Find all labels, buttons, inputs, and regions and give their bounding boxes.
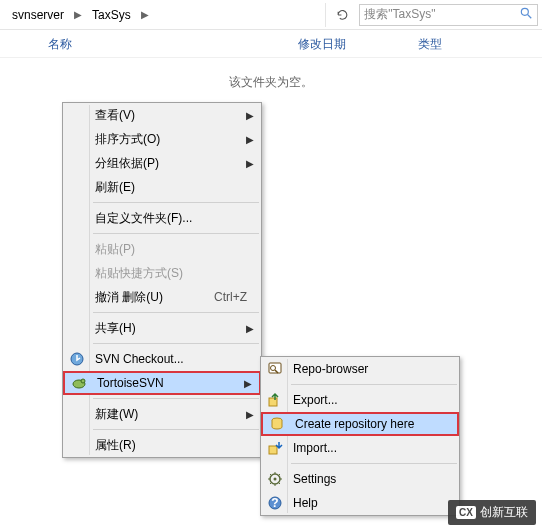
search-input[interactable]: 搜索"TaxSys"	[359, 4, 538, 26]
refresh-button[interactable]	[325, 3, 349, 27]
create-repo-icon	[265, 414, 289, 434]
menu-properties[interactable]: 属性(R)	[63, 433, 261, 457]
breadcrumb-part[interactable]: TaxSys	[84, 4, 139, 26]
breadcrumb-part[interactable]: svnserver	[4, 4, 72, 26]
svg-line-1	[528, 15, 532, 19]
menu-refresh[interactable]: 刷新(E)	[63, 175, 261, 199]
context-menu: 查看(V)▶ 排序方式(O)▶ 分组依据(P)▶ 刷新(E) 自定义文件夹(F)…	[62, 102, 262, 458]
menu-separator	[93, 312, 259, 313]
empty-folder-message: 该文件夹为空。	[0, 58, 542, 97]
watermark: CX 创新互联	[448, 500, 536, 525]
menu-new[interactable]: 新建(W)▶	[63, 402, 261, 426]
submenu-arrow-icon: ▶	[245, 409, 255, 420]
menu-separator	[93, 202, 259, 203]
submenu-arrow-icon: ▶	[245, 323, 255, 334]
menu-separator	[93, 398, 259, 399]
menu-separator	[93, 429, 259, 430]
chevron-right-icon[interactable]: ▶	[139, 9, 151, 20]
search-icon[interactable]	[519, 6, 533, 23]
column-headers: 名称 修改日期 类型	[0, 30, 542, 58]
menu-paste: 粘贴(P)	[63, 237, 261, 261]
column-name[interactable]: 名称	[48, 36, 298, 53]
column-type[interactable]: 类型	[418, 36, 498, 53]
refresh-icon	[336, 8, 349, 22]
svg-text:?: ?	[271, 496, 278, 510]
submenu-repo-browser[interactable]: Repo-browser	[261, 357, 459, 381]
submenu-export[interactable]: Export...	[261, 388, 459, 412]
column-date[interactable]: 修改日期	[298, 36, 418, 53]
menu-svn-checkout[interactable]: SVN Checkout...	[63, 347, 261, 371]
menu-view[interactable]: 查看(V)▶	[63, 103, 261, 127]
export-icon	[263, 390, 287, 410]
svg-point-12	[274, 478, 277, 481]
menu-separator	[93, 233, 259, 234]
submenu-settings[interactable]: Settings	[261, 467, 459, 491]
menu-separator	[291, 384, 457, 385]
menu-separator	[93, 343, 259, 344]
svg-rect-8	[269, 398, 277, 406]
address-toolbar: svnserver ▶ TaxSys ▶ 搜索"TaxSys"	[0, 0, 542, 30]
submenu-arrow-icon: ▶	[245, 158, 255, 169]
submenu-create-repo[interactable]: Create repository here	[261, 412, 459, 436]
import-icon	[263, 438, 287, 458]
menu-group[interactable]: 分组依据(P)▶	[63, 151, 261, 175]
menu-undo-delete[interactable]: 撤消 删除(U)Ctrl+Z	[63, 285, 261, 309]
menu-sort[interactable]: 排序方式(O)▶	[63, 127, 261, 151]
breadcrumb[interactable]: svnserver ▶ TaxSys ▶	[4, 4, 151, 26]
submenu-arrow-icon: ▶	[245, 110, 255, 121]
watermark-text: 创新互联	[480, 504, 528, 521]
menu-customize[interactable]: 自定义文件夹(F)...	[63, 206, 261, 230]
svg-rect-10	[269, 446, 277, 454]
submenu-import[interactable]: Import...	[261, 436, 459, 460]
submenu-arrow-icon: ▶	[243, 378, 253, 389]
tortoise-icon	[67, 373, 91, 393]
search-placeholder: 搜索"TaxSys"	[364, 6, 435, 23]
settings-icon	[263, 469, 287, 489]
help-icon: ?	[263, 493, 287, 513]
svn-checkout-icon	[65, 349, 89, 369]
watermark-tag: CX	[456, 506, 476, 519]
menu-separator	[291, 463, 457, 464]
menu-paste-shortcut: 粘贴快捷方式(S)	[63, 261, 261, 285]
repo-browser-icon	[263, 359, 287, 379]
menu-share[interactable]: 共享(H)▶	[63, 316, 261, 340]
svg-point-0	[521, 8, 528, 15]
menu-tortoisesvn[interactable]: TortoiseSVN▶	[63, 371, 261, 395]
svg-point-4	[81, 379, 85, 383]
tortoisesvn-submenu: Repo-browser Export... Create repository…	[260, 356, 460, 516]
submenu-arrow-icon: ▶	[245, 134, 255, 145]
chevron-right-icon[interactable]: ▶	[72, 9, 84, 20]
submenu-help[interactable]: ? Help	[261, 491, 459, 515]
